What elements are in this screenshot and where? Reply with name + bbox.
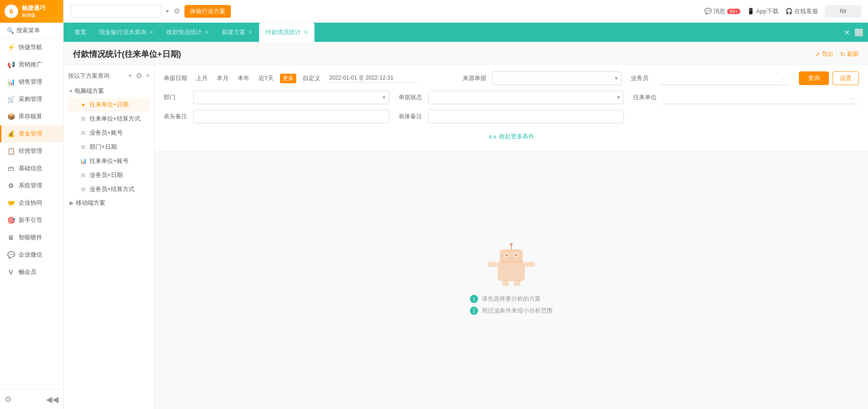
svg-point-7 <box>510 243 513 246</box>
source-select-arrow: ▾ <box>615 75 618 81</box>
tab-bank-flow[interactable]: 现金银行流水查询 ✕ <box>93 23 160 42</box>
filter-table-body-note-item: 表体备注 <box>399 110 624 123</box>
scheme-item-unit-date[interactable]: ● 往来单位+日期 <box>68 98 150 111</box>
scheme-item-unit-settlement[interactable]: ⊞ 往来单位+结算方式 <box>68 112 150 126</box>
sidebar-item-hardware[interactable]: 🖥 智能硬件 <box>0 229 63 246</box>
filter-dept-select[interactable]: ▾ <box>193 91 389 104</box>
inventory-icon: 📦 <box>7 112 15 121</box>
tab-bar: 首页 现金银行流水查询 ✕ 收款情况统计 ✕ 新建方案 ✕ 付款情况统计 ✕ ✕… <box>64 23 868 42</box>
tab-bank-flow-close[interactable]: ✕ <box>149 29 154 35</box>
svg-rect-8 <box>488 262 498 267</box>
purchase-icon: 🛒 <box>7 95 15 103</box>
messages-icon: 💬 <box>704 8 712 15</box>
radio-scheme-icon: ● <box>80 101 87 108</box>
sidebar-item-wechat[interactable]: 💬 企业微信 <box>0 246 63 263</box>
date-btn-more[interactable]: 更多 <box>280 74 296 83</box>
filter-salesperson-select[interactable]: … <box>660 71 790 85</box>
tab-new-scheme-close[interactable]: ✕ <box>248 29 253 35</box>
top-bar: ▾ ⚙ 体验行业方案 💬 消息 99+ 📱 App下载 🎧 在线客服 <box>64 0 868 23</box>
table-body-note-input[interactable] <box>428 110 624 123</box>
refresh-btn[interactable]: ↻ 刷新 <box>840 50 859 58</box>
scheme-item-salesperson-account[interactable]: ⊞ 业务员+账号 <box>68 126 150 140</box>
system-icon: ⚙ <box>7 182 15 190</box>
filter-related-unit-item: 往来单位 … <box>633 91 859 104</box>
sidebar-item-finance[interactable]: 💰 资金管理 <box>0 125 63 142</box>
filter-table-header-note-item: 表头备注 <box>164 110 389 123</box>
guide-icon: 🎯 <box>7 216 15 224</box>
add-scheme-icon[interactable]: + <box>128 71 132 80</box>
pc-scheme-group-header[interactable]: ▾ 电脑端方案 <box>66 85 152 97</box>
sidebar-item-member[interactable]: V 畅会员 <box>0 263 63 281</box>
main-area: ▾ ⚙ 体验行业方案 💬 消息 99+ 📱 App下载 🎧 在线客服 <box>64 0 868 409</box>
related-unit-ellipsis: … <box>850 95 855 100</box>
scheme-item-unit-account[interactable]: 📊 往来单位+账号 <box>68 154 150 168</box>
tab-receivable-stats-close[interactable]: ✕ <box>205 29 209 35</box>
date-btn-this-year[interactable]: 本年 <box>235 73 252 84</box>
scheme-item-salesperson-date[interactable]: ⊞ 业务员+日期 <box>68 168 150 182</box>
sidebar-item-sales[interactable]: 📊 销售管理 <box>0 73 63 91</box>
tab-close-all-icon[interactable]: ✕ <box>844 28 850 37</box>
filter-dept-label: 部门 <box>164 93 189 101</box>
panel-collapse-icon[interactable]: « <box>146 71 150 80</box>
scheme-settings-icon[interactable]: ⚙ <box>136 71 142 80</box>
mobile-scheme-group-header[interactable]: ▶ 移动端方案 <box>66 197 152 209</box>
date-range-input[interactable] <box>327 74 418 83</box>
sidebar-item-marketing[interactable]: 📢 营销推广 <box>0 56 63 73</box>
svg-rect-0 <box>498 261 525 281</box>
trial-btn[interactable]: 体验行业方案 <box>185 5 231 18</box>
sidebar-item-basic[interactable]: 🗃 基础信息 <box>0 160 63 177</box>
tab-home[interactable]: 首页 <box>68 23 93 42</box>
right-panel: 单据日期 上月 本月 本年 近7天 更多 自定义 <box>155 65 868 409</box>
date-btn-this-month[interactable]: 本月 <box>214 73 231 84</box>
svg-rect-10 <box>502 280 509 286</box>
date-btn-last-month[interactable]: 上月 <box>193 73 210 84</box>
app-download-item[interactable]: 📱 App下载 <box>747 7 778 15</box>
empty-instructions: 1 请先选择要分析的方案 2 用过滤条件来缩小分析范围 <box>470 295 553 318</box>
settings-btn[interactable]: 设置 <box>833 71 859 85</box>
user-avatar[interactable]: Rit <box>825 5 861 18</box>
date-btn-last-7-days[interactable]: 近7天 <box>256 73 276 84</box>
top-settings-icon[interactable]: ⚙ <box>174 7 180 15</box>
collapse-btn[interactable]: ∧∧ 收起更多条件 <box>484 129 538 144</box>
sidebar-header: 6 畅捷通巧 标准版 <box>0 0 63 23</box>
filter-row-1: 单据日期 上月 本月 本年 近7天 更多 自定义 <box>164 71 859 85</box>
basic-icon: 🗃 <box>7 164 15 172</box>
sidebar-settings-icon[interactable]: ⚙ <box>5 394 12 404</box>
tab-maximize-icon[interactable]: ⬜ <box>854 28 863 37</box>
scheme-item-dept-date[interactable]: ⊞ 部门+日期 <box>68 140 150 154</box>
svg-point-4 <box>505 254 508 257</box>
step-1-text: 请先选择要分析的方案 <box>482 295 541 303</box>
sidebar-item-operation[interactable]: 📋 经营管理 <box>0 142 63 160</box>
messages-item[interactable]: 💬 消息 99+ <box>704 7 740 15</box>
top-search-input[interactable] <box>70 5 161 18</box>
tab-receivable-stats[interactable]: 收款情况统计 ✕ <box>160 23 215 42</box>
online-service-item[interactable]: 🎧 在线客服 <box>785 7 818 15</box>
sidebar-item-inventory[interactable]: 📦 库存核算 <box>0 108 63 125</box>
sidebar-item-purchase[interactable]: 🛒 采购管理 <box>0 91 63 108</box>
tab-payment-stats[interactable]: 付款情况统计 ✕ <box>259 23 314 42</box>
step-2-text: 用过滤条件来缩小分析范围 <box>482 307 553 315</box>
export-icon: ↗ <box>815 51 820 58</box>
sidebar-item-system[interactable]: ⚙ 系统管理 <box>0 177 63 194</box>
top-dropdown-icon[interactable]: ▾ <box>166 8 169 15</box>
search-menu-item[interactable]: 🔍 搜索菜单 <box>0 23 63 39</box>
scheme-item-salesperson-settlement[interactable]: ⊞ 业务员+结算方式 <box>68 182 150 196</box>
query-btn[interactable]: 查询 <box>799 71 829 85</box>
tab-payment-stats-close[interactable]: ✕ <box>304 29 308 35</box>
filter-row-3: 表头备注 表体备注 <box>164 110 859 123</box>
sidebar-item-enterprise[interactable]: 🤝 企业协同 <box>0 194 63 212</box>
panel-toolbar: 按以下方案查询 + ⚙ « <box>64 69 154 85</box>
filter-docstatus-select[interactable]: ▾ <box>428 91 624 104</box>
filter-source-select[interactable]: ▾ <box>492 71 622 85</box>
messages-badge: 99+ <box>727 9 740 14</box>
date-btn-custom[interactable]: 自定义 <box>300 73 323 84</box>
sidebar-item-quick-nav[interactable]: ⚡ 快捷导航 <box>0 39 63 56</box>
filter-related-unit-select[interactable]: … <box>663 91 859 104</box>
table-header-note-input[interactable] <box>193 110 389 123</box>
sidebar-collapse-icon[interactable]: ◀◀ <box>46 394 59 404</box>
export-btn[interactable]: ↗ 导出 <box>815 50 833 58</box>
sidebar-item-guide[interactable]: 🎯 新手引导 <box>0 212 63 229</box>
tab-new-scheme[interactable]: 新建方案 ✕ <box>215 23 259 42</box>
filter-row-2: 部门 ▾ 单据状态 ▾ <box>164 91 859 104</box>
empty-robot-icon <box>484 242 539 288</box>
